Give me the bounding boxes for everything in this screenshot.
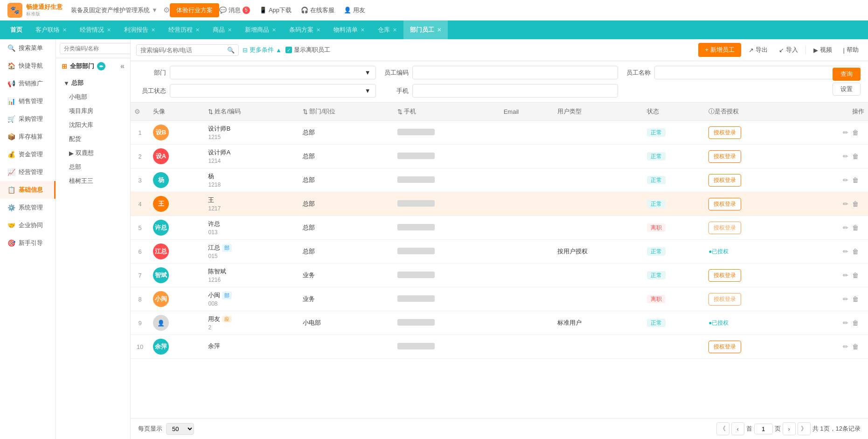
delete-button[interactable]: 🗑 bbox=[852, 129, 859, 136]
next-page-btn[interactable]: › bbox=[783, 422, 796, 435]
sidebar-item-guide[interactable]: 🎯 新手引导 bbox=[0, 234, 56, 252]
nav-tab-dept-employee[interactable]: 部门员工 ✕ bbox=[403, 21, 448, 39]
video-button[interactable]: ▶ 视频 bbox=[810, 44, 836, 56]
search-icon[interactable]: 🔍 bbox=[227, 47, 235, 54]
dept-filter-select[interactable]: ▼ bbox=[170, 66, 376, 79]
edit-button[interactable]: ✏ bbox=[843, 319, 848, 327]
nav-tab-new-goods[interactable]: 新增商品 ✕ bbox=[238, 21, 283, 39]
sidebar-item-search[interactable]: 🔍 搜索菜单 bbox=[0, 39, 56, 57]
edit-button[interactable]: ✏ bbox=[843, 200, 848, 208]
edit-button[interactable]: ✏ bbox=[843, 224, 848, 231]
close-icon[interactable]: ✕ bbox=[228, 27, 232, 33]
nav-tab-history[interactable]: 经营历程 ✕ bbox=[162, 21, 206, 39]
reset-button[interactable]: 设置 bbox=[833, 83, 861, 96]
sidebar-item-inventory[interactable]: 📦 库存核算 bbox=[0, 128, 56, 146]
close-icon[interactable]: ✕ bbox=[361, 27, 365, 33]
emp-code-input[interactable] bbox=[412, 66, 618, 79]
dept-collapse-icon[interactable]: « bbox=[120, 62, 125, 70]
edit-button[interactable]: ✏ bbox=[843, 248, 848, 255]
edit-button[interactable]: ✏ bbox=[843, 295, 848, 303]
user-item[interactable]: 👤 用友 bbox=[344, 6, 365, 14]
sidebar-item-system[interactable]: ⚙️ 系统管理 bbox=[0, 199, 56, 216]
close-icon[interactable]: ✕ bbox=[151, 27, 155, 33]
edit-button[interactable]: ✏ bbox=[843, 176, 848, 184]
delete-button[interactable]: 🗑 bbox=[852, 248, 859, 255]
add-employee-button[interactable]: + 新增员工 bbox=[698, 43, 741, 57]
import-button[interactable]: ↙ 导入 bbox=[775, 44, 802, 56]
dept-node-shenyang[interactable]: 沈阳大库 bbox=[56, 118, 130, 132]
dept-node-general[interactable]: ▼ 总部 bbox=[56, 76, 130, 90]
emp-status-select[interactable]: ▼ bbox=[170, 84, 376, 98]
online-support-item[interactable]: 🎧 在线客服 bbox=[301, 6, 334, 14]
page-number-input[interactable] bbox=[754, 424, 773, 434]
sort-name[interactable]: ⇅ 姓名/编码 bbox=[208, 107, 295, 116]
show-resigned-toggle[interactable]: ✓ 显示离职员工 bbox=[285, 46, 330, 54]
gear-button[interactable]: ⚙ bbox=[163, 6, 170, 14]
close-icon[interactable]: ✕ bbox=[195, 27, 200, 33]
last-page-btn[interactable]: 》 bbox=[798, 422, 811, 435]
close-icon[interactable]: ✕ bbox=[316, 27, 320, 33]
sidebar-item-nav[interactable]: 🏠 快捷导航 bbox=[0, 57, 56, 75]
close-icon[interactable]: ✕ bbox=[62, 27, 67, 33]
auth-button[interactable]: 授权登录 bbox=[708, 174, 741, 187]
delete-button[interactable]: 🗑 bbox=[852, 224, 859, 231]
delete-button[interactable]: 🗑 bbox=[852, 176, 859, 184]
dept-node-small-electric[interactable]: 小电部 bbox=[56, 90, 130, 104]
first-page-btn[interactable]: 《 bbox=[716, 422, 729, 435]
search-input[interactable] bbox=[140, 47, 224, 54]
edit-button[interactable]: ✏ bbox=[843, 129, 848, 136]
export-button[interactable]: ↗ 导出 bbox=[745, 44, 771, 56]
page-size-select[interactable]: 50 100 200 bbox=[166, 423, 194, 435]
sidebar-item-basic-info[interactable]: 📋 基础信息 bbox=[0, 181, 56, 199]
close-icon[interactable]: ✕ bbox=[393, 27, 397, 33]
dept-node-project-warehouse[interactable]: 项目库房 bbox=[56, 104, 130, 118]
sidebar-item-finance[interactable]: 💰 资金管理 bbox=[0, 146, 56, 163]
delete-button[interactable]: 🗑 bbox=[852, 153, 859, 160]
sidebar-item-sales[interactable]: 📊 销售管理 bbox=[0, 92, 56, 110]
nav-tab-goods[interactable]: 商品 ✕ bbox=[206, 21, 238, 39]
query-button[interactable]: 查询 bbox=[833, 68, 861, 81]
nav-tab-customer[interactable]: 客户联络 ✕ bbox=[29, 21, 73, 39]
edit-button[interactable]: ✏ bbox=[843, 343, 848, 350]
delete-button[interactable]: 🗑 bbox=[852, 200, 859, 208]
message-item[interactable]: 💬 消息 5 bbox=[219, 6, 250, 14]
close-icon[interactable]: ✕ bbox=[272, 27, 276, 33]
edit-button[interactable]: ✏ bbox=[843, 272, 848, 279]
emp-name-input[interactable] bbox=[654, 66, 861, 79]
dept-node-hq[interactable]: 总部 bbox=[56, 160, 130, 174]
prev-page-btn[interactable]: ‹ bbox=[731, 422, 744, 435]
dept-node-plant-king[interactable]: 植树王三 bbox=[56, 174, 130, 188]
sidebar-item-marketing[interactable]: 📢 营销推广 bbox=[0, 75, 56, 92]
close-icon[interactable]: ✕ bbox=[107, 27, 111, 33]
delete-button[interactable]: 🗑 bbox=[852, 272, 859, 279]
dept-edit-icon[interactable]: ✏ bbox=[97, 62, 105, 70]
sort-dept[interactable]: ⇅ 部门/职位 bbox=[303, 107, 390, 116]
experience-button[interactable]: 体验行业方案 bbox=[170, 3, 219, 17]
delete-button[interactable]: 🗑 bbox=[852, 295, 859, 303]
nav-tab-barcode[interactable]: 条码方案 ✕ bbox=[283, 21, 327, 39]
dept-node-double-deer[interactable]: ▶ 双鹿想 bbox=[56, 146, 130, 160]
delete-button[interactable]: 🗑 bbox=[852, 319, 859, 327]
settings-icon[interactable]: ⚙ bbox=[134, 108, 140, 115]
auth-button[interactable]: 授权登录 bbox=[708, 293, 741, 306]
close-icon[interactable]: ✕ bbox=[437, 27, 441, 33]
phone-input[interactable] bbox=[412, 84, 618, 98]
dept-node-distribution[interactable]: 配货 bbox=[56, 132, 130, 146]
sort-phone[interactable]: ⇅ 手机 bbox=[397, 107, 496, 116]
nav-tab-home[interactable]: 首页 bbox=[4, 21, 29, 39]
edit-button[interactable]: ✏ bbox=[843, 153, 848, 160]
nav-tab-bom[interactable]: 物料清单 ✕ bbox=[327, 21, 371, 39]
delete-button[interactable]: 🗑 bbox=[852, 343, 859, 350]
auth-button[interactable]: 授权登录 bbox=[708, 222, 741, 234]
auth-button[interactable]: 授权登录 bbox=[708, 150, 741, 163]
auth-button[interactable]: 授权登录 bbox=[708, 198, 741, 210]
nav-tab-profit[interactable]: 利润报告 ✕ bbox=[118, 21, 162, 39]
sidebar-item-collab[interactable]: 🤝 企业协同 bbox=[0, 216, 56, 234]
auth-button[interactable]: 授权登录 bbox=[708, 341, 741, 353]
auth-button[interactable]: 授权登录 bbox=[708, 126, 741, 139]
auth-button[interactable]: 授权登录 bbox=[708, 269, 741, 282]
sidebar-item-operation[interactable]: 📈 经营管理 bbox=[0, 163, 56, 181]
help-button[interactable]: | 帮助 bbox=[840, 44, 862, 56]
nav-tab-business[interactable]: 经营情况 ✕ bbox=[73, 21, 118, 39]
sidebar-item-purchase[interactable]: 🛒 采购管理 bbox=[0, 110, 56, 128]
